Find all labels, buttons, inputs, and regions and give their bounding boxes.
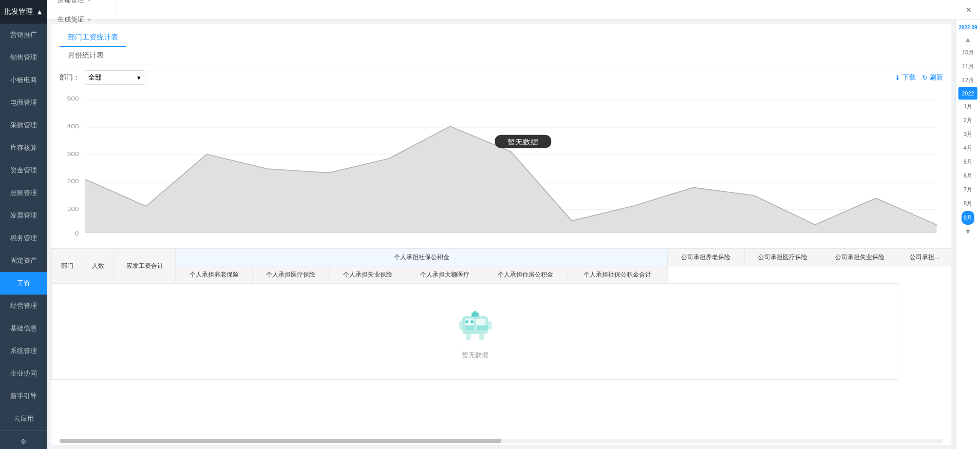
col-total-salary: 应发工资合计 bbox=[114, 249, 176, 284]
settings-icon: ⚙ bbox=[21, 438, 27, 445]
dept-value: 全部 bbox=[88, 73, 102, 82]
sidebar-item-采购管理[interactable]: 采购管理 bbox=[0, 114, 47, 136]
svg-text:300: 300 bbox=[67, 150, 79, 158]
timeline-item-2月[interactable]: 2月 bbox=[958, 113, 977, 127]
sub-tab-月份统计表[interactable]: 月份统计表 bbox=[60, 47, 126, 65]
sidebar-item-库存核算[interactable]: 库存核算 bbox=[0, 136, 47, 159]
data-table: 部门 人数 应发工资合计 个人承担社保公积金 公司承担养老保险 公司承担医疗保险… bbox=[51, 248, 951, 380]
svg-point-23 bbox=[474, 311, 477, 314]
timeline-item-12月[interactable]: 12月 bbox=[958, 73, 977, 87]
scrollbar-thumb[interactable] bbox=[60, 439, 501, 443]
sidebar-arrow: ▲ bbox=[36, 8, 43, 16]
timeline-item-10月[interactable]: 10月 bbox=[958, 46, 977, 60]
sidebar-item-资金管理[interactable]: 资金管理 bbox=[0, 159, 47, 182]
svg-rect-27 bbox=[479, 334, 484, 340]
timeline-item-8月[interactable]: 8月 bbox=[958, 197, 977, 210]
sidebar-settings[interactable]: ⚙ bbox=[0, 430, 47, 449]
svg-text:0: 0 bbox=[75, 230, 79, 237]
timeline-down-arrow[interactable]: ▼ bbox=[963, 225, 974, 238]
timeline-current-date[interactable]: 2022.09 bbox=[956, 22, 980, 33]
sidebar-header[interactable]: 批发管理 ▲ bbox=[0, 0, 47, 24]
timeline-item-5月[interactable]: 5月 bbox=[958, 155, 977, 169]
timeline-sidebar: 2022.09 ▲ 10月11月12月20221月2月3月4月5月6月7月8月9… bbox=[955, 19, 980, 449]
col-company-unemployment: 公司承担失业保险 bbox=[821, 249, 898, 266]
timeline-item-1月[interactable]: 1月 bbox=[958, 100, 977, 113]
svg-rect-21 bbox=[465, 326, 474, 330]
timeline-item-3月[interactable]: 3月 bbox=[958, 127, 977, 141]
sidebar-item-云应用[interactable]: 云应用 bbox=[0, 407, 47, 430]
timeline-item-7月[interactable]: 7月 bbox=[958, 183, 977, 197]
tab-label: 店铺管理 bbox=[58, 0, 84, 5]
tab-close-icon[interactable]: × bbox=[87, 0, 90, 3]
svg-text:500: 500 bbox=[67, 95, 79, 102]
col-company-more: 公司承担... bbox=[898, 249, 951, 266]
col-personal-housing: 个人承担住房公积金 bbox=[483, 266, 568, 284]
toolbar-right: ⬇ 下载 ↻ 刷新 bbox=[895, 73, 943, 82]
refresh-button[interactable]: ↻ 刷新 bbox=[922, 73, 943, 82]
tab-店铺管理[interactable]: 店铺管理× bbox=[51, 0, 117, 10]
col-company-medical: 公司承担医疗保险 bbox=[744, 249, 821, 266]
timeline-item-6月[interactable]: 6月 bbox=[958, 169, 977, 183]
refresh-label: 刷新 bbox=[930, 73, 943, 82]
sub-tabs: 部门工资统计表月份统计表 bbox=[51, 24, 951, 65]
timeline-items: 10月11月12月20221月2月3月4月5月6月7月8月9月 bbox=[958, 46, 977, 225]
svg-point-18 bbox=[470, 320, 474, 323]
dept-select[interactable]: 全部 ▾ bbox=[84, 70, 145, 85]
horizontal-scrollbar[interactable] bbox=[60, 439, 943, 443]
chevron-down-icon: ▾ bbox=[137, 74, 141, 82]
sidebar-item-企业协同[interactable]: 企业协同 bbox=[0, 362, 47, 385]
timeline-item-2022[interactable]: 2022 bbox=[958, 87, 977, 100]
sub-tabs-list: 部门工资统计表月份统计表 bbox=[60, 29, 126, 65]
timeline-up-arrow[interactable]: ▲ bbox=[963, 33, 974, 46]
sidebar-item-新手引导[interactable]: 新手引导 bbox=[0, 385, 47, 407]
refresh-icon: ↻ bbox=[922, 74, 928, 82]
sidebar-title: 批发管理 bbox=[4, 7, 33, 16]
sidebar-item-经营管理[interactable]: 经营管理 bbox=[0, 295, 47, 317]
content-area: 部门工资统计表月份统计表 部门： 全部 ▾ ⬇ 下载 bbox=[47, 19, 980, 449]
svg-rect-25 bbox=[487, 321, 492, 329]
page-content: 部门工资统计表月份统计表 部门： 全部 ▾ ⬇ 下载 bbox=[51, 24, 951, 445]
svg-rect-26 bbox=[466, 334, 471, 340]
sub-tab-部门工资统计表[interactable]: 部门工资统计表 bbox=[60, 29, 126, 47]
chart-container: 500 400 300 200 100 0 bbox=[51, 90, 951, 244]
svg-text:400: 400 bbox=[67, 123, 79, 130]
timeline-item-4月[interactable]: 4月 bbox=[958, 141, 977, 155]
chart-svg: 500 400 300 200 100 0 bbox=[60, 90, 943, 244]
timeline-item-9月[interactable]: 9月 bbox=[962, 211, 974, 225]
sidebar-item-电商管理[interactable]: 电商管理 bbox=[0, 91, 47, 114]
sidebar-item-销售管理[interactable]: 销售管理 bbox=[0, 46, 47, 69]
sidebar-item-基础信息[interactable]: 基础信息 bbox=[0, 317, 47, 340]
table-area[interactable]: 部门 人数 应发工资合计 个人承担社保公积金 公司承担养老保险 公司承担医疗保险… bbox=[51, 248, 951, 437]
svg-rect-24 bbox=[459, 321, 463, 329]
toolbar-left: 部门： 全部 ▾ bbox=[60, 70, 145, 85]
tabs-right-actions: ✕ bbox=[962, 3, 976, 17]
sidebar-item-营销推广[interactable]: 营销推广 bbox=[0, 24, 47, 46]
sidebar-item-总账管理[interactable]: 总账管理 bbox=[0, 182, 47, 204]
close-all-tabs-button[interactable]: ✕ bbox=[962, 3, 976, 17]
sidebar-item-工资[interactable]: 工资 bbox=[0, 272, 47, 295]
sidebar-item-小畅电商[interactable]: 小畅电商 bbox=[0, 69, 47, 91]
svg-point-17 bbox=[465, 320, 468, 323]
sidebar-item-固定资产[interactable]: 固定资产 bbox=[0, 249, 47, 272]
sidebar-item-税务管理[interactable]: 税务管理 bbox=[0, 227, 47, 249]
timeline-item-11月[interactable]: 11月 bbox=[958, 60, 977, 73]
download-button[interactable]: ⬇ 下载 bbox=[895, 73, 916, 82]
col-dept: 部门 bbox=[52, 249, 83, 284]
svg-rect-20 bbox=[477, 326, 488, 330]
svg-text:暂无数据: 暂无数据 bbox=[507, 138, 538, 146]
col-company-pension: 公司承担养老保险 bbox=[668, 249, 745, 266]
empty-state: 暂无数据 bbox=[58, 288, 892, 375]
col-personal-major-medical: 个人承担大额医疗 bbox=[406, 266, 483, 284]
svg-text:100: 100 bbox=[67, 205, 79, 212]
main-area: 首页门店商品目录×销售单×店铺管理×生成凭证×应收应付调整单×工资表×工资统计报… bbox=[47, 0, 980, 449]
col-personal-unemployment: 个人承担失业保险 bbox=[329, 266, 406, 284]
sidebar-item-发票管理[interactable]: 发票管理 bbox=[0, 204, 47, 227]
col-headcount: 人数 bbox=[83, 249, 114, 284]
toolbar: 部门： 全部 ▾ ⬇ 下载 ↻ 刷新 bbox=[51, 65, 951, 90]
svg-rect-19 bbox=[476, 319, 485, 325]
svg-text:200: 200 bbox=[67, 178, 79, 185]
download-label: 下载 bbox=[902, 73, 916, 82]
empty-robot-icon bbox=[455, 303, 496, 344]
top-tabs: 首页门店商品目录×销售单×店铺管理×生成凭证×应收应付调整单×工资表×工资统计报… bbox=[47, 0, 980, 19]
sidebar-item-系统管理[interactable]: 系统管理 bbox=[0, 340, 47, 362]
